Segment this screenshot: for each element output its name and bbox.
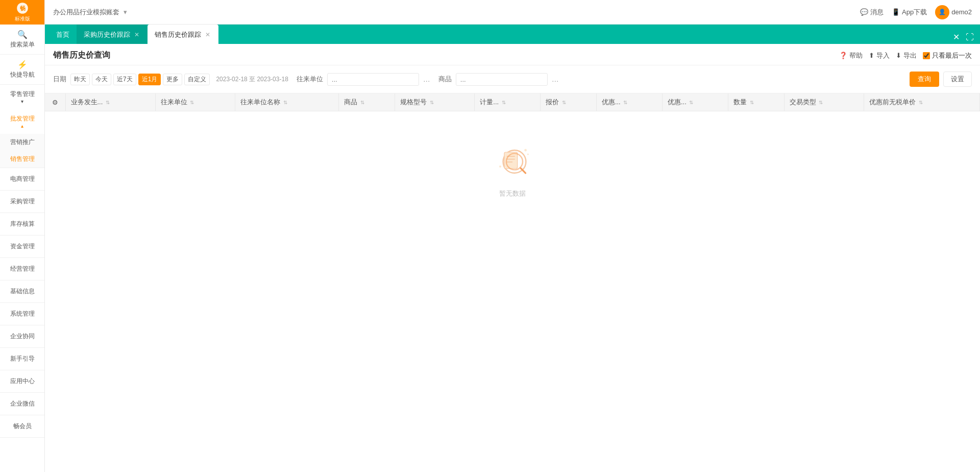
- user-profile[interactable]: 👤 demo2: [935, 5, 972, 19]
- import-button[interactable]: ⬆ 导入: [869, 51, 890, 60]
- help-icon: ❓: [839, 52, 847, 59]
- col-partner-name-sort: ⇅: [283, 100, 287, 105]
- message-icon: 💬: [860, 8, 868, 16]
- retail-label: 零售管理: [10, 90, 35, 99]
- tabs-bar: 首页 采购历史价跟踪 ✕ 销售历史价跟踪 ✕ ✕ ⛶: [45, 25, 980, 44]
- col-partner-name[interactable]: 往来单位名称 ⇅: [235, 93, 338, 111]
- partner-input[interactable]: [327, 73, 419, 86]
- table-header: ⚙ 业务发生... ⇅ 往来单位 ⇅ 往来单位名称 ⇅: [45, 93, 980, 111]
- help-button[interactable]: ❓ 帮助: [839, 51, 863, 60]
- sidebar-item-wholesale[interactable]: 批发管理 ▴: [0, 109, 44, 134]
- sidebar-item-guide[interactable]: 新手引导: [0, 348, 44, 370]
- shortcut-icon: ⚡: [17, 60, 28, 69]
- logo-icon: 畅: [14, 2, 31, 14]
- close-sales-tab-button[interactable]: ✕: [204, 31, 211, 38]
- sidebar-item-purchase[interactable]: 采购管理: [0, 191, 44, 213]
- wechat-label: 企业微信: [10, 399, 35, 408]
- col-spec-sort: ⇅: [430, 100, 434, 105]
- col-biz-date-label: 业务发生...: [71, 98, 103, 106]
- col-qty[interactable]: 数量 ⇅: [728, 93, 784, 111]
- sidebar-item-sales[interactable]: 销售管理: [0, 151, 44, 168]
- logo-text: 标准版: [15, 15, 30, 22]
- col-pre-tax-price-sort: ⇅: [919, 100, 923, 105]
- tab-purchase-label: 采购历史价跟踪: [84, 30, 130, 39]
- import-label: 导入: [876, 51, 890, 60]
- tab-fullscreen-button[interactable]: ⛶: [964, 33, 976, 42]
- goods-search-icon[interactable]: …: [552, 75, 559, 83]
- col-spec[interactable]: 规格型号 ⇅: [395, 93, 474, 111]
- col-biz-date[interactable]: 业务发生... ⇅: [65, 93, 155, 111]
- col-trade-type-sort: ⇅: [819, 100, 823, 105]
- col-settings[interactable]: ⚙: [45, 93, 65, 111]
- avatar: 👤: [935, 5, 949, 19]
- filter-bar: 日期 昨天 今天 近7天 近1月 更多 自定义 2023-02-18 至 202…: [45, 65, 980, 93]
- app-logo: 畅 标准版: [0, 0, 44, 25]
- goods-label: 商品: [438, 75, 452, 84]
- sidebar-item-system[interactable]: 系统管理: [0, 303, 44, 325]
- sidebar-item-search[interactable]: 🔍 搜索菜单: [0, 25, 44, 55]
- help-label: 帮助: [849, 51, 863, 60]
- sidebar-item-ecommerce[interactable]: 电商管理: [0, 168, 44, 191]
- app-center-label: 应用中心: [10, 377, 35, 386]
- col-pre-tax-price[interactable]: 优惠前无税单价 ⇅: [864, 93, 979, 111]
- date-7days-btn[interactable]: 近7天: [113, 74, 136, 85]
- svg-point-11: [499, 166, 501, 168]
- topbar-left: 办公用品行业模拟账套 ▾: [53, 8, 127, 17]
- date-custom-btn[interactable]: 自定义: [184, 74, 210, 85]
- sidebar-item-basic[interactable]: 基础信息: [0, 280, 44, 303]
- message-button[interactable]: 💬 消息: [860, 8, 884, 17]
- date-1month-btn[interactable]: 近1月: [138, 74, 161, 85]
- tab-close-all-button[interactable]: ✕: [951, 32, 962, 42]
- sidebar-item-member[interactable]: 畅会员: [0, 415, 44, 438]
- sidebar-item-operations[interactable]: 经营管理: [0, 258, 44, 280]
- sidebar-item-search-label: 搜索菜单: [10, 40, 35, 49]
- col-unit[interactable]: 计量... ⇅: [475, 93, 541, 111]
- page-title: 销售历史价查询: [53, 50, 110, 61]
- sidebar-item-finance[interactable]: 资金管理: [0, 235, 44, 258]
- only-last-checkbox-label[interactable]: 只看最后一次: [923, 51, 972, 60]
- col-discount1-label: 优惠...: [602, 98, 621, 106]
- only-last-checkbox[interactable]: [923, 52, 930, 59]
- sidebar-item-marketing[interactable]: 营销推广: [0, 134, 44, 151]
- partner-search-icon[interactable]: …: [423, 75, 430, 83]
- retail-arrow: ▾: [21, 99, 23, 104]
- guide-label: 新手引导: [10, 355, 35, 363]
- tab-sales-history[interactable]: 销售历史价跟踪 ✕: [148, 25, 218, 44]
- goods-input[interactable]: [456, 73, 548, 86]
- table-wrapper: ⚙ 业务发生... ⇅ 往来单位 ⇅ 往来单位名称 ⇅: [45, 93, 980, 472]
- sidebar-item-app-center[interactable]: 应用中心: [0, 370, 44, 393]
- sidebar-item-retail[interactable]: 零售管理 ▾: [0, 85, 44, 109]
- app-download-label: App下载: [902, 8, 927, 17]
- col-trade-type[interactable]: 交易类型 ⇅: [784, 93, 864, 111]
- main-area: 办公用品行业模拟账套 ▾ 💬 消息 📱 App下载 👤 demo2 首页: [45, 0, 980, 472]
- date-today-btn[interactable]: 今天: [92, 74, 111, 85]
- date-yesterday-btn[interactable]: 昨天: [70, 74, 90, 85]
- user-name: demo2: [951, 8, 972, 16]
- settings-button[interactable]: 设置: [943, 72, 972, 87]
- close-purchase-tab-button[interactable]: ✕: [133, 31, 140, 38]
- col-goods[interactable]: 商品 ⇅: [339, 93, 395, 111]
- tab-home[interactable]: 首页: [49, 25, 77, 44]
- query-button[interactable]: 查询: [910, 72, 939, 87]
- data-table: ⚙ 业务发生... ⇅ 往来单位 ⇅ 往来单位名称 ⇅: [45, 93, 980, 111]
- empty-icon: [492, 142, 533, 183]
- sidebar-item-inventory[interactable]: 库存核算: [0, 213, 44, 235]
- export-button[interactable]: ⬇ 导出: [896, 51, 917, 60]
- filter-buttons: 查询 设置: [910, 72, 972, 87]
- date-more-btn[interactable]: 更多: [163, 74, 182, 85]
- topbar-dropdown-icon[interactable]: ▾: [124, 8, 127, 16]
- col-partner-code[interactable]: 往来单位 ⇅: [155, 93, 235, 111]
- date-range-display: 2023-02-18 至 2023-03-18: [216, 75, 288, 84]
- col-quoted-price[interactable]: 报价 ⇅: [541, 93, 596, 111]
- tab-purchase-history[interactable]: 采购历史价跟踪 ✕: [77, 25, 148, 44]
- col-discount2[interactable]: 优惠... ⇅: [662, 93, 728, 111]
- system-label: 系统管理: [10, 310, 35, 318]
- col-discount1[interactable]: 优惠... ⇅: [596, 93, 662, 111]
- col-partner-code-sort: ⇅: [190, 100, 194, 105]
- topbar-title: 办公用品行业模拟账套: [53, 8, 119, 17]
- sidebar-item-enterprise[interactable]: 企业协同: [0, 325, 44, 348]
- topbar: 办公用品行业模拟账套 ▾ 💬 消息 📱 App下载 👤 demo2: [45, 0, 980, 25]
- app-download-button[interactable]: 📱 App下载: [892, 8, 927, 17]
- sidebar-item-shortcut[interactable]: ⚡ 快捷导航: [0, 55, 44, 85]
- sidebar-item-wechat[interactable]: 企业微信: [0, 393, 44, 415]
